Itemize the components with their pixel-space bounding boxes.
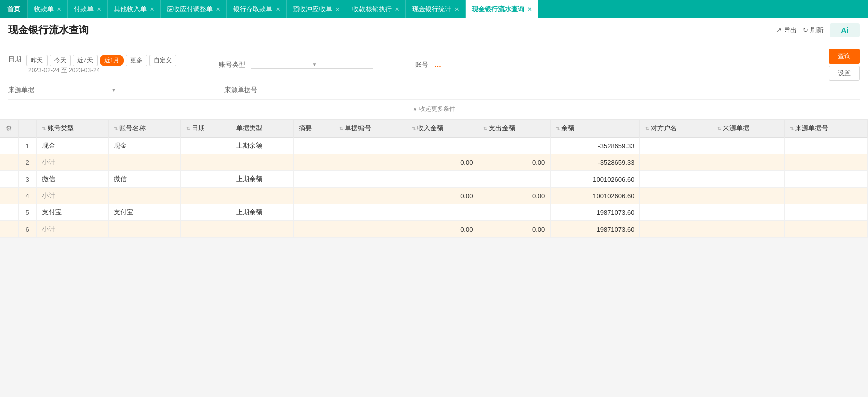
cell-account_type: 微信 bbox=[36, 171, 109, 188]
col-header-date[interactable]: ⇅日期 bbox=[181, 120, 231, 138]
col-header-balance[interactable]: ⇅余额 bbox=[551, 120, 640, 138]
col-header-income[interactable]: ⇅收入金额 bbox=[406, 120, 478, 138]
col-header-account_name[interactable]: ⇅账号名称 bbox=[109, 120, 181, 138]
cell-source_doc bbox=[712, 171, 785, 188]
col-header-row_num bbox=[18, 120, 36, 138]
filter-row-1: 日期 昨天今天近7天近1月更多自定义 2023-02-24 至 2023-03-… bbox=[8, 49, 860, 81]
export-button[interactable]: ↗ 导出 bbox=[776, 26, 797, 35]
table-container: ⚙⇅账号类型⇅账号名称⇅日期单据类型摘要⇅单据编号⇅收入金额⇅支出金额⇅余额⇅对… bbox=[0, 120, 868, 238]
col-header-counterpart[interactable]: ⇅对方户名 bbox=[640, 120, 712, 138]
cell-balance: -3528659.33 bbox=[551, 138, 640, 154]
date-buttons: 昨天今天近7天近1月更多自定义 bbox=[26, 55, 176, 66]
cell-balance: 100102606.60 bbox=[551, 171, 640, 188]
date-filter-group: 日期 昨天今天近7天近1月更多自定义 2023-02-24 至 2023-03-… bbox=[8, 55, 176, 75]
refresh-button[interactable]: ↻ 刷新 bbox=[803, 26, 824, 35]
collapse-button[interactable]: ∧ 收起更多条件 bbox=[8, 105, 860, 113]
cell-source_doc_no bbox=[785, 154, 868, 171]
sort-arrows: ⇅ bbox=[186, 126, 190, 131]
nav-tab[interactable]: 预收冲应收单✕ bbox=[287, 0, 346, 18]
date-option-button[interactable]: 近7天 bbox=[73, 55, 98, 66]
collapse-section: ∧ 收起更多条件 bbox=[8, 99, 860, 113]
cell-expense: 0.00 bbox=[478, 188, 551, 204]
cell-source_doc_no bbox=[785, 138, 868, 154]
cell-account_name bbox=[109, 154, 181, 171]
cell-account_name: 支付宝 bbox=[109, 204, 181, 221]
date-range-display: 2023-02-24 至 2023-03-24 bbox=[28, 66, 176, 75]
source-doc-no-input[interactable] bbox=[263, 85, 405, 95]
cell-doc_no bbox=[334, 154, 406, 171]
close-icon[interactable]: ✕ bbox=[57, 6, 61, 13]
date-option-button[interactable]: 昨天 bbox=[26, 55, 48, 66]
sort-arrows: ⇅ bbox=[483, 126, 487, 131]
cell-row_num: 2 bbox=[18, 154, 36, 171]
table-row: 6小计0.000.0019871073.60 bbox=[0, 221, 868, 238]
account-type-label: 账号类型 bbox=[219, 60, 245, 69]
account-type-filter: 账号类型 ▼ bbox=[219, 60, 373, 69]
cell-doc_type: 上期余额 bbox=[231, 204, 293, 221]
nav-tab[interactable]: 收款单✕ bbox=[28, 0, 68, 18]
col-header-account_type[interactable]: ⇅账号类型 bbox=[36, 120, 109, 138]
close-icon[interactable]: ✕ bbox=[527, 6, 532, 13]
col-header-expense[interactable]: ⇅支出金额 bbox=[478, 120, 551, 138]
sort-arrows: ⇅ bbox=[645, 126, 649, 131]
query-button[interactable]: 查询 bbox=[829, 49, 860, 64]
cell-counterpart bbox=[640, 138, 712, 154]
cell-doc_type bbox=[231, 188, 293, 204]
cell-doc_no bbox=[334, 221, 406, 238]
sort-arrows: ⇅ bbox=[42, 126, 46, 131]
col-header-source_doc[interactable]: ⇅来源单据 bbox=[712, 120, 785, 138]
nav-tab[interactable]: 收款核销执行✕ bbox=[346, 0, 406, 18]
date-option-button[interactable]: 近1月 bbox=[100, 55, 124, 66]
sort-arrows: ⇅ bbox=[339, 126, 343, 131]
nav-tab[interactable]: 现金银行流水查询✕ bbox=[466, 0, 538, 18]
date-option-button[interactable]: 自定义 bbox=[149, 55, 176, 66]
close-icon[interactable]: ✕ bbox=[395, 6, 399, 13]
col-header-doc_type: 单据类型 bbox=[231, 120, 293, 138]
close-icon[interactable]: ✕ bbox=[150, 6, 154, 13]
close-icon[interactable]: ✕ bbox=[454, 6, 459, 13]
nav-tab[interactable]: 付款单✕ bbox=[68, 0, 108, 18]
col-header-source_doc_no[interactable]: ⇅来源单据号 bbox=[785, 120, 868, 138]
header-bar: 现金银行流水查询 ↗ 导出 ↻ 刷新 Ai bbox=[0, 18, 868, 42]
date-option-button[interactable]: 今天 bbox=[50, 55, 71, 66]
source-doc-select[interactable]: ▼ bbox=[40, 86, 182, 94]
cell-income bbox=[406, 138, 478, 154]
close-icon[interactable]: ✕ bbox=[97, 6, 101, 13]
data-table: ⚙⇅账号类型⇅账号名称⇅日期单据类型摘要⇅单据编号⇅收入金额⇅支出金额⇅余额⇅对… bbox=[0, 120, 868, 238]
nav-tab[interactable]: 银行存取款单✕ bbox=[227, 0, 287, 18]
cell-summary bbox=[293, 204, 334, 221]
cell-row_num: 1 bbox=[18, 138, 36, 154]
cell-settings bbox=[0, 138, 18, 154]
account-ellipsis-button[interactable]: ... bbox=[434, 60, 441, 69]
close-icon[interactable]: ✕ bbox=[216, 6, 220, 13]
close-icon[interactable]: ✕ bbox=[276, 6, 280, 13]
source-doc-filter: 来源单据 ▼ bbox=[8, 85, 182, 95]
account-filter: 账号 ... bbox=[415, 60, 441, 69]
cell-doc_no bbox=[334, 138, 406, 154]
page-title: 现金银行流水查询 bbox=[8, 23, 89, 37]
export-icon: ↗ bbox=[776, 26, 782, 34]
gear-icon[interactable]: ⚙ bbox=[6, 124, 12, 133]
nav-tab-home[interactable]: 首页 bbox=[0, 0, 28, 18]
table-row: 3微信微信上期余额100102606.60 bbox=[0, 171, 868, 188]
nav-tab[interactable]: 现金银行统计✕ bbox=[406, 0, 466, 18]
col-header-doc_no[interactable]: ⇅单据编号 bbox=[334, 120, 406, 138]
cell-source_doc bbox=[712, 221, 785, 238]
cell-source_doc_no bbox=[785, 188, 868, 204]
account-type-select[interactable]: ▼ bbox=[251, 61, 373, 69]
close-icon[interactable]: ✕ bbox=[335, 6, 340, 13]
ai-badge[interactable]: Ai bbox=[830, 23, 860, 37]
cell-doc_no bbox=[334, 204, 406, 221]
header-actions: ↗ 导出 ↻ 刷新 Ai bbox=[776, 23, 860, 37]
cell-account_type: 小计 bbox=[36, 221, 109, 238]
cell-settings bbox=[0, 154, 18, 171]
nav-tabs-container: 收款单✕付款单✕其他收入单✕应收应付调整单✕银行存取款单✕预收冲应收单✕收款核销… bbox=[28, 0, 538, 18]
cell-account_name: 微信 bbox=[109, 171, 181, 188]
settings-button[interactable]: 设置 bbox=[829, 66, 860, 81]
cell-doc_type: 上期余额 bbox=[231, 138, 293, 154]
date-option-button[interactable]: 更多 bbox=[126, 55, 147, 66]
nav-tab[interactable]: 其他收入单✕ bbox=[108, 0, 161, 18]
nav-tab[interactable]: 应收应付调整单✕ bbox=[161, 0, 227, 18]
sort-arrows: ⇅ bbox=[717, 126, 721, 131]
cell-account_name bbox=[109, 188, 181, 204]
